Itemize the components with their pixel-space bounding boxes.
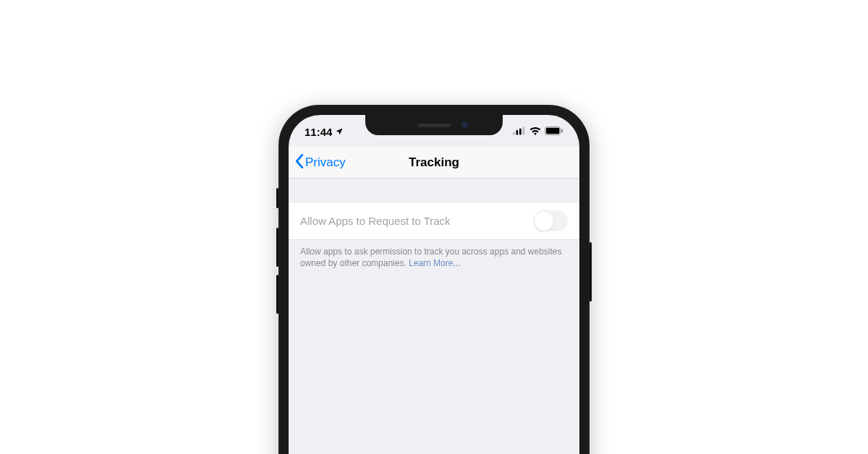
location-icon — [335, 127, 344, 136]
section-spacer — [289, 179, 579, 202]
allow-tracking-label: Allow Apps to Request to Track — [300, 215, 451, 227]
notch — [365, 115, 503, 135]
front-camera — [461, 121, 468, 128]
page-title: Tracking — [409, 155, 459, 170]
svg-rect-2 — [519, 129, 522, 135]
learn-more-link[interactable]: Learn More... — [409, 258, 460, 268]
back-label: Privacy — [305, 155, 346, 170]
section-footer: Allow apps to ask permission to track yo… — [289, 240, 579, 269]
nav-bar: Privacy Tracking — [289, 147, 579, 179]
battery-icon — [545, 125, 563, 138]
svg-rect-5 — [546, 128, 559, 134]
svg-rect-6 — [561, 129, 563, 133]
svg-rect-1 — [516, 130, 519, 134]
svg-rect-3 — [523, 127, 525, 135]
screen: 11:44 — [289, 115, 579, 454]
allow-tracking-row[interactable]: Allow Apps to Request to Track — [289, 202, 579, 240]
back-button[interactable]: Privacy — [294, 147, 346, 179]
cellular-icon — [513, 125, 526, 138]
toggle-knob — [535, 212, 553, 231]
power-button — [590, 242, 592, 301]
status-time: 11:44 — [305, 126, 332, 138]
silence-switch — [276, 188, 278, 208]
content-area: Allow Apps to Request to Track Allow app… — [289, 179, 579, 454]
wifi-icon — [529, 125, 541, 138]
chevron-left-icon — [294, 153, 305, 173]
phone-frame: 11:44 — [278, 105, 590, 454]
volume-down-button — [276, 275, 278, 314]
svg-rect-0 — [513, 132, 515, 135]
status-bar-left: 11:44 — [305, 126, 344, 138]
status-bar-right — [513, 125, 563, 138]
volume-up-button — [276, 228, 278, 267]
earpiece-speaker — [417, 124, 451, 127]
allow-tracking-toggle[interactable] — [533, 210, 568, 231]
